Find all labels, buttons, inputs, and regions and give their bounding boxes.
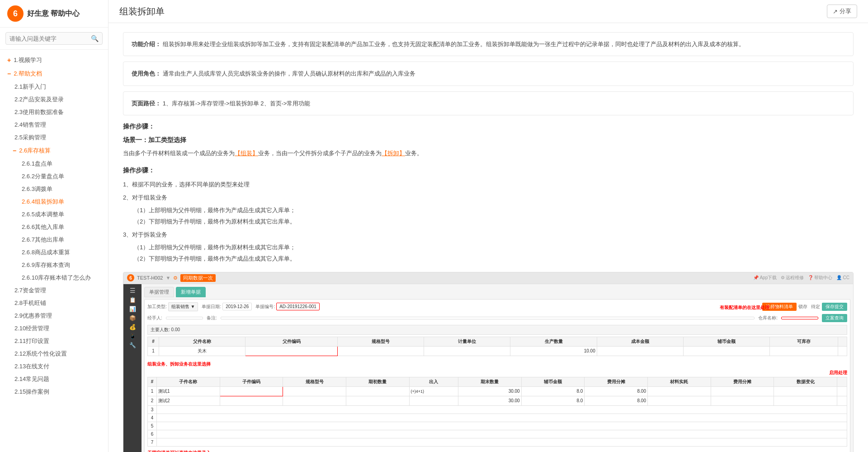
path-label: 页面路径： (132, 100, 161, 107)
role-block: 使用角色： 通常由生产人员或库管人员完成拆装业务的操作，库管人员确认原材料的出库… (123, 62, 854, 86)
step2-sub1: （1）上部明细为父件明细，最终作为产成品生成其它入库单； (134, 205, 854, 216)
sidebar-item-purchase[interactable]: 2.5采购管理 (0, 131, 108, 144)
sidebar-item-2.6.8[interactable]: 2.6.8商品成本重算 (0, 246, 108, 259)
sidebar-item-newbie[interactable]: 2.1新手入门 (0, 81, 108, 93)
screenshot-tab1: 单据管理 (144, 287, 174, 297)
scene1-desc: 当由多个子件材料组装成一个成品的业务为【组装】业务，当由一个父件拆分成多个子产品… (123, 148, 854, 159)
sidebar-item-2.7[interactable]: 2.7资金管理 (0, 284, 108, 297)
sidebar-item-2.8[interactable]: 2.8手机旺铺 (0, 297, 108, 309)
sidebar-item-2.15[interactable]: 2.15操作案例 (0, 385, 108, 398)
sidebar-item-inventory[interactable]: − 2.6库存核算 (0, 144, 108, 157)
sidebar-item-dataprep[interactable]: 2.3使用前数据准备 (0, 106, 108, 119)
annotation-label-3: 启用处理 (147, 368, 847, 376)
logo-text: 好生意 帮助中心 (27, 9, 80, 19)
search-icon[interactable]: 🔍 (91, 35, 99, 42)
nav-label-2.6: 2.6库存核算 (19, 147, 51, 155)
nav-label-1: 1.视频学习 (14, 56, 42, 64)
nav-tree: + 1.视频学习 − 2.帮助文档 2.1新手入门 2.2产品安装及登录 2.3… (0, 50, 108, 452)
share-icon: ↗ (833, 8, 838, 15)
logo-area: 6 好生意 帮助中心 (0, 0, 108, 28)
screenshot-topbar-text: TEST-H002 (137, 275, 163, 281)
step2: 2、对于组装业务 (123, 192, 854, 204)
sidebar-item-helpdoc[interactable]: − 2.帮助文档 (0, 67, 108, 81)
path-block: 页面路径： 1、库存核算->库存管理->组装拆卸单 2、首页->常用功能 (123, 91, 854, 115)
func-intro-text: 组装拆卸单用来处理企业组装或拆卸等加工业务，支持有固定装配清单的产品加工业务，也… (163, 41, 745, 48)
sidebar-item-sales[interactable]: 2.4销售管理 (0, 119, 108, 131)
step3: 3、对于拆装业务 (123, 229, 854, 241)
ops-title: 操作步骤： (123, 123, 854, 131)
sidebar-item-2.9[interactable]: 2.9优惠券管理 (0, 309, 108, 322)
sidebar-item-2.14[interactable]: 2.14常见问题 (0, 373, 108, 385)
logo-icon: 6 (7, 5, 24, 22)
share-button[interactable]: ↗ 分享 (827, 5, 857, 18)
screenshot-no: AD-20191226-001 (276, 303, 320, 310)
func-intro-label: 功能介绍： (132, 41, 161, 48)
sidebar-item-2.6.6[interactable]: 2.6.6其他入库单 (0, 221, 108, 233)
step3-sub1: （1）上部明细为父件明细，最终作为原材料生成其它出库单； (134, 242, 854, 253)
top-bar: 组装拆卸单 ↗ 分享 (108, 0, 868, 23)
annotation-label-1: 有装配清单的在这里处理 → (720, 303, 778, 311)
sidebar-item-2.6.3[interactable]: 2.6.3调拨单 (0, 183, 108, 195)
collapse-icon-2: − (7, 70, 11, 77)
sidebar-item-2.6.10[interactable]: 2.6.10库存账本错了怎么办 (0, 271, 108, 284)
step1: 1、根据不同的业务，选择不同单据的类型来处理 (123, 179, 854, 190)
expand-icon-1: + (7, 57, 11, 64)
sidebar-item-2.12[interactable]: 2.12系统个性化设置 (0, 347, 108, 360)
page-title: 组装拆卸单 (119, 5, 165, 18)
main-area: 组装拆卸单 ↗ 分享 功能介绍： 组装拆卸单用来处理企业组装或拆卸等加工业务，支… (108, 0, 868, 452)
sidebar: 6 好生意 帮助中心 🔍 + 1.视频学习 − 2.帮助文档 2.1新手入门 2… (0, 0, 108, 452)
sidebar-item-2.6.5[interactable]: 2.6.5成本调整单 (0, 208, 108, 221)
search-box: 🔍 (5, 32, 103, 45)
collapse-icon-2.6: − (13, 147, 16, 154)
sidebar-item-2.6.1[interactable]: 2.6.1盘点单 (0, 157, 108, 170)
sidebar-item-2.6.9[interactable]: 2.6.9库存账本查询 (0, 259, 108, 271)
scene1-title: 场景一：加工类型选择 (123, 136, 854, 144)
annotation-label-2: 组装业务、拆卸业务在这里选择 (147, 360, 847, 367)
step3-sub2: （2）下部明细为子件明细，最终作为产成品生成其它入库单。 (134, 253, 854, 265)
sidebar-item-2.10[interactable]: 2.10经营管理 (0, 322, 108, 335)
sidebar-item-2.11[interactable]: 2.11打印设置 (0, 335, 108, 347)
screenshot-date: 2019-12-26 (222, 303, 252, 310)
sidebar-item-videos[interactable]: + 1.视频学习 (0, 53, 108, 67)
sidebar-item-2.6.4[interactable]: 2.6.4组装拆卸单 (0, 195, 108, 208)
sidebar-item-2.6.7[interactable]: 2.6.7其他出库单 (0, 233, 108, 246)
disassemble-link: 【拆卸】 (382, 150, 405, 157)
screenshot-container: 6 TEST-H002 ▼ ⚙ 同期数据一次 📌 App下载 ⚙ 远程维修 ❓ … (123, 272, 854, 452)
step2-sub2: （2）下部明细为子件明细，最终作为原材料生成其它出库单。 (134, 216, 854, 228)
screenshot-tab2: 新增单据 (176, 287, 206, 297)
sidebar-item-2.6.2[interactable]: 2.6.2分量盘点单 (0, 170, 108, 183)
role-label: 使用角色： (132, 70, 161, 77)
func-intro-block: 功能介绍： 组装拆卸单用来处理企业组装或拆卸等加工业务，支持有固定装配清单的产品… (123, 32, 854, 56)
annotation-label-4: 无固定清单可以直接在这里录入 (147, 448, 847, 452)
search-input[interactable] (9, 35, 91, 42)
sidebar-item-2.13[interactable]: 2.13在线支付 (0, 360, 108, 373)
group-link: 【组装】 (235, 150, 258, 157)
search-area: 🔍 (0, 28, 108, 50)
ops-steps-title: 操作步骤： (123, 167, 854, 175)
sidebar-item-install[interactable]: 2.2产品安装及登录 (0, 93, 108, 106)
role-text: 通常由生产人员或库管人员完成拆装业务的操作，库管人员确认原材料的出库和产成品的入… (163, 70, 415, 77)
path-text: 1、库存核算->库存管理->组装拆卸单 2、首页->常用功能 (163, 100, 311, 107)
content-area: 功能介绍： 组装拆卸单用来处理企业组装或拆卸等加工业务，支持有固定装配清单的产品… (108, 23, 868, 452)
nav-label-2: 2.帮助文档 (14, 70, 42, 78)
